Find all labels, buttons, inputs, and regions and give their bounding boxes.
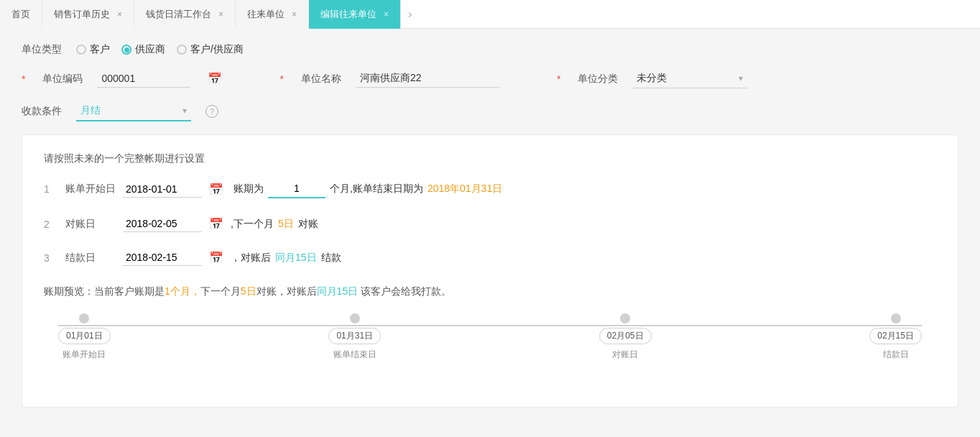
radio-both[interactable]: 客户/供应商 bbox=[177, 43, 244, 56]
preview-text2: 对账，对账后 bbox=[256, 285, 317, 297]
row-3-desc-prefix: ，对账后 bbox=[231, 252, 271, 264]
unit-code-label: 单位编码 bbox=[42, 73, 83, 86]
settings-card: 请按照未来的一个完整帐期进行设置 1 账单开始日 📅 账期为 个月,账单结束日期… bbox=[22, 134, 958, 408]
preview-label: 账期预览：当前客户账期是 bbox=[44, 285, 165, 297]
timeline-node-2: 01月31日 账单结束日 bbox=[328, 313, 381, 361]
reconcile-date-input[interactable] bbox=[123, 216, 202, 232]
radio-both-label: 客户/供应商 bbox=[190, 43, 244, 56]
row-1-label: 账单开始日 bbox=[65, 183, 123, 196]
row-1-value: 📅 账期为 个月,账单结束日期为 2018年01月31日 bbox=[123, 180, 502, 198]
tab-home-label: 首页 bbox=[11, 8, 30, 21]
tab-expand-button[interactable]: › bbox=[401, 0, 419, 28]
unit-name-input[interactable] bbox=[356, 70, 499, 88]
radio-supplier[interactable]: 供应商 bbox=[121, 43, 165, 56]
tab-cash-work[interactable]: 钱货日清工作台 × bbox=[134, 0, 236, 29]
radio-supplier-label: 供应商 bbox=[135, 43, 165, 56]
tab-bar: 首页 销售订单历史 × 钱货日清工作台 × 往来单位 × 编辑往来单位 × › bbox=[0, 0, 980, 29]
row-2-desc-prefix: ,下一个月 bbox=[231, 218, 274, 231]
unit-class-chevron-icon: ▾ bbox=[739, 73, 743, 83]
tab-edit-unit-close[interactable]: × bbox=[384, 9, 389, 19]
tab-sales-history-label: 销售订单历史 bbox=[54, 8, 110, 21]
unit-class-label: 单位分类 bbox=[578, 73, 618, 86]
tab-edit-unit-label: 编辑往来单位 bbox=[320, 8, 376, 21]
timeline-dot-1 bbox=[79, 313, 89, 323]
timeline-desc-2: 账单结束日 bbox=[333, 349, 376, 361]
radio-customer-label: 客户 bbox=[90, 43, 110, 56]
period-prefix: 账期为 bbox=[234, 183, 264, 196]
timeline-label-4: 02月15日 bbox=[869, 328, 922, 344]
timeline-dot-4 bbox=[891, 313, 901, 323]
preview-section: 账期预览：当前客户账期是1个月，下一个月5日对账，对账后同月15日 该客户会给我… bbox=[44, 283, 936, 299]
period-value-input[interactable] bbox=[268, 180, 325, 198]
preview-highlight3: 同月15日 bbox=[317, 285, 359, 297]
preview-highlight1: 1个月， bbox=[165, 285, 200, 297]
timeline-dot-2 bbox=[350, 313, 360, 323]
row-3-label: 结款日 bbox=[65, 252, 123, 264]
timeline-node-4: 02月15日 结款日 bbox=[869, 313, 922, 361]
row-3-desc-suffix: 结款 bbox=[321, 252, 341, 264]
payment-date-calendar-icon[interactable]: 📅 bbox=[209, 251, 223, 264]
reconcile-date-calendar-icon[interactable]: 📅 bbox=[209, 217, 223, 231]
preview-highlight2: 5日 bbox=[241, 285, 256, 297]
payment-row: 收款条件 月结 ▾ ? bbox=[22, 101, 958, 121]
unit-class-select[interactable]: 未分类 ▾ bbox=[632, 69, 747, 88]
unit-type-row: 单位类型 客户 供应商 客户/供应商 bbox=[22, 43, 958, 56]
unit-name-required: * bbox=[279, 73, 283, 85]
tab-sales-history[interactable]: 销售订单历史 × bbox=[42, 0, 134, 29]
tab-unit-list[interactable]: 往来单位 × bbox=[236, 0, 309, 29]
radio-customer-circle bbox=[76, 45, 86, 55]
row-3-value: 📅 ，对账后同月15日结款 bbox=[123, 249, 341, 266]
timeline-label-1: 01月01日 bbox=[58, 328, 111, 344]
row-2-value: 📅 ,下一个月5日对账 bbox=[123, 216, 318, 232]
unit-type-radio-group: 客户 供应商 客户/供应商 bbox=[76, 43, 244, 56]
row-3-num: 3 bbox=[44, 252, 65, 264]
preview-text3: 该客户会给我打款。 bbox=[361, 285, 451, 297]
tab-home[interactable]: 首页 bbox=[0, 0, 42, 29]
row-3-highlight: 同月15日 bbox=[275, 252, 317, 264]
row-reconcile-date: 2 对账日 📅 ,下一个月5日对账 bbox=[44, 216, 936, 232]
start-date-input[interactable] bbox=[123, 181, 202, 198]
main-content: 单位类型 客户 供应商 客户/供应商 * 单位编码 📅 * 单位名称 bbox=[0, 29, 980, 437]
tab-unit-list-close[interactable]: × bbox=[292, 9, 297, 19]
timeline-node-1: 01月01日 账单开始日 bbox=[58, 313, 111, 361]
payment-chevron-icon: ▾ bbox=[182, 106, 187, 116]
timeline-dot-3 bbox=[620, 313, 630, 323]
timeline-container: 01月01日 账单开始日 01月31日 账单结束日 02月05日 对账日 bbox=[44, 313, 936, 390]
row-2-label: 对账日 bbox=[65, 218, 123, 231]
tab-sales-history-close[interactable]: × bbox=[117, 9, 122, 19]
period-end-value: 2018年01月31日 bbox=[427, 183, 502, 196]
tab-cash-work-close[interactable]: × bbox=[218, 9, 223, 19]
unit-name-label: 单位名称 bbox=[301, 73, 341, 86]
unit-code-input[interactable] bbox=[97, 70, 190, 88]
timeline-node-3: 02月05日 对账日 bbox=[599, 313, 652, 361]
unit-class-value: 未分类 bbox=[637, 72, 736, 85]
unit-fields-row: * 单位编码 📅 * 单位名称 * 单位分类 未分类 ▾ bbox=[22, 69, 958, 88]
start-date-calendar-icon[interactable]: 📅 bbox=[209, 183, 223, 196]
payment-value: 月结 bbox=[80, 104, 180, 117]
unit-class-required: * bbox=[557, 73, 560, 85]
unit-type-label: 单位类型 bbox=[22, 43, 62, 56]
radio-customer[interactable]: 客户 bbox=[76, 43, 110, 56]
timeline-desc-3: 对账日 bbox=[612, 349, 638, 361]
timeline-label-2: 01月31日 bbox=[328, 328, 381, 344]
radio-both-circle bbox=[177, 45, 187, 55]
payment-date-input[interactable] bbox=[123, 249, 202, 266]
unit-code-required: * bbox=[22, 73, 25, 85]
payment-help-icon[interactable]: ? bbox=[205, 105, 218, 118]
row-start-date: 1 账单开始日 📅 账期为 个月,账单结束日期为 2018年01月31日 bbox=[44, 180, 936, 198]
card-title: 请按照未来的一个完整帐期进行设置 bbox=[44, 152, 936, 165]
tab-unit-list-label: 往来单位 bbox=[247, 8, 285, 21]
payment-select[interactable]: 月结 ▾ bbox=[76, 101, 191, 121]
payment-label: 收款条件 bbox=[22, 105, 62, 118]
row-1-num: 1 bbox=[44, 183, 65, 195]
row-2-num: 2 bbox=[44, 218, 65, 230]
timeline-label-3: 02月05日 bbox=[599, 328, 652, 344]
timeline-desc-1: 账单开始日 bbox=[63, 349, 106, 361]
unit-code-icon[interactable]: 📅 bbox=[208, 72, 222, 86]
preview-text1: 下一个月 bbox=[200, 285, 241, 297]
tab-edit-unit[interactable]: 编辑往来单位 × bbox=[309, 0, 401, 29]
row-payment-date: 3 结款日 📅 ，对账后同月15日结款 bbox=[44, 249, 936, 266]
radio-supplier-circle bbox=[121, 45, 131, 55]
row-2-desc-suffix: 对账 bbox=[298, 218, 318, 231]
timeline-nodes: 01月01日 账单开始日 01月31日 账单结束日 02月05日 对账日 bbox=[58, 313, 922, 361]
